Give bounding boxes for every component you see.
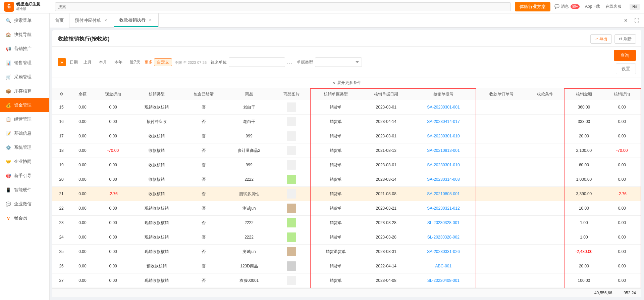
table-cell: SA-20230331-026 bbox=[411, 245, 476, 259]
table-cell: 衣服00001 bbox=[225, 273, 273, 288]
date-pill-7days[interactable]: 近7天 bbox=[127, 58, 143, 66]
th-verify-discount: 核销折扣 bbox=[603, 88, 641, 100]
table-container[interactable]: ⚙ 余额 现金折扣 核销类型 包含已结清 商品 商品图片 核销单据类型 核销单据… bbox=[52, 88, 641, 288]
bill-type-label: 单据类型 bbox=[297, 59, 313, 65]
table-cell: 收款核销 bbox=[131, 158, 182, 172]
table-cell: 0.00 bbox=[95, 245, 132, 259]
table-cell: 2023-03-01 bbox=[361, 129, 411, 143]
top-bar: 6 畅捷通好生意 标准版 体验行业方案 💬 消息 99+ App下载 在线客服 … bbox=[0, 0, 644, 13]
bill-type-select[interactable] bbox=[315, 57, 362, 67]
sidebar-item-operation[interactable]: 📋 经营管理 bbox=[0, 112, 49, 126]
table-cell: 60.00 bbox=[564, 158, 603, 172]
sidebar-item-member[interactable]: V 畅会员 bbox=[0, 211, 49, 225]
table-row: 160.000.00预付冲应收否老白干销货单2023-04-14SA-20230… bbox=[52, 115, 641, 129]
bill-no-link[interactable]: SA-20230321-012 bbox=[427, 206, 460, 211]
bill-no-link[interactable]: SA-20230331-026 bbox=[427, 249, 460, 254]
goods-image bbox=[287, 102, 296, 112]
sidebar-item-enterprise[interactable]: 🤝 企业协同 bbox=[0, 155, 49, 169]
bill-no-link[interactable]: SA-20230301-001 bbox=[427, 105, 460, 110]
table-row: 280.000.00现销收款核销否2222销货单2023-04-18SL-202… bbox=[52, 288, 641, 289]
table-cell: 0.00 bbox=[95, 201, 132, 216]
app-download-link[interactable]: App下载 bbox=[585, 4, 600, 9]
date-pill-custom[interactable]: 自定义 bbox=[154, 58, 172, 66]
table-cell: 否 bbox=[182, 230, 225, 245]
table-cell bbox=[527, 273, 564, 288]
member-icon: V bbox=[5, 215, 11, 221]
table-cell: 收款核销 bbox=[131, 172, 182, 187]
sidebar-item-basic[interactable]: 📝 基础信息 bbox=[0, 126, 49, 140]
tab-collection[interactable]: 收款核销执行 ✕ bbox=[114, 13, 159, 28]
bill-no-link[interactable]: SA-20230301-010 bbox=[427, 134, 460, 138]
bill-no-link[interactable]: SL-20230408-001 bbox=[427, 278, 460, 283]
online-service-link[interactable]: 在线客服 bbox=[605, 4, 622, 9]
sidebar-item-sales[interactable]: 📊 销售管理 bbox=[0, 56, 49, 70]
sidebar-item-hardware[interactable]: 📱 智能硬件 bbox=[0, 183, 49, 197]
sidebar-item-finance[interactable]: 💰 资金管理 bbox=[0, 98, 49, 112]
settings-btn[interactable]: 设置 bbox=[616, 63, 636, 74]
table-footer: 40,556,66... 952.24 bbox=[52, 288, 641, 297]
table-cell: 销货单 bbox=[310, 115, 361, 129]
sidebar-item-marketing[interactable]: 📢 营销推广 bbox=[0, 42, 49, 56]
sidebar-item-purchase[interactable]: 🛒 采购管理 bbox=[0, 70, 49, 84]
bill-no-link[interactable]: SA-20230301-010 bbox=[427, 163, 460, 167]
tab-prepay-close[interactable]: ✕ bbox=[103, 18, 108, 23]
sidebar-label-search: 搜索菜单 bbox=[14, 17, 32, 24]
maximize-icon[interactable]: ⛶ bbox=[632, 16, 641, 25]
industry-solution-btn[interactable]: 体验行业方案 bbox=[515, 2, 550, 11]
table-row: 210.00-2.76收款核销否测试多属性销货单2021-08-08SA-202… bbox=[52, 187, 641, 201]
table-cell: SL-20230328-002 bbox=[411, 230, 476, 245]
tab-collection-close[interactable]: ✕ bbox=[148, 17, 153, 23]
bill-no-link[interactable]: SA-20210808-001 bbox=[427, 191, 460, 196]
date-pill-this-year[interactable]: 本年 bbox=[111, 58, 125, 66]
table-cell: 2023-04-18 bbox=[361, 288, 411, 289]
goods-image bbox=[287, 160, 296, 170]
table-cell bbox=[527, 100, 564, 115]
table-cell: 16 bbox=[52, 115, 70, 129]
user-label: Rit bbox=[630, 4, 640, 10]
table-cell: 2022-04-14 bbox=[361, 259, 411, 273]
table-cell bbox=[273, 216, 310, 230]
sidebar-item-quicknav[interactable]: 🏠 快捷导航 bbox=[0, 28, 49, 42]
sidebar-item-wechat[interactable]: 💬 企业微信 bbox=[0, 197, 49, 211]
table-cell: 否 bbox=[182, 187, 225, 201]
party-input[interactable] bbox=[229, 57, 285, 67]
tab-home[interactable]: 首页 bbox=[50, 13, 69, 28]
expand-btn[interactable]: ∨ 展开更多条件 bbox=[333, 80, 361, 86]
table-cell: 20.00 bbox=[564, 129, 603, 143]
table-cell: 1.00 bbox=[564, 216, 603, 230]
th-goods: 商品 bbox=[225, 88, 273, 100]
bill-no-link[interactable]: ABC-001 bbox=[435, 264, 452, 268]
sidebar-label-guide: 新手引导 bbox=[14, 173, 32, 179]
sidebar-item-inventory[interactable]: 📦 库存核算 bbox=[0, 84, 49, 98]
filter-toggle-btn[interactable]: » bbox=[58, 58, 66, 66]
table-cell: 否 bbox=[182, 100, 225, 115]
date-pill-this-month[interactable]: 本月 bbox=[96, 58, 110, 66]
goods-image bbox=[287, 232, 296, 242]
date-more-btn[interactable]: 更多 bbox=[145, 59, 153, 65]
bill-no-link[interactable]: SA-20210813-001 bbox=[427, 148, 460, 153]
query-btn[interactable]: 查询 bbox=[614, 50, 636, 61]
th-gear[interactable]: ⚙ bbox=[52, 88, 70, 100]
export-btn[interactable]: ↗ 导出 bbox=[590, 34, 612, 44]
close-window-icon[interactable]: ✕ bbox=[621, 16, 631, 25]
sidebar-label-system: 系统管理 bbox=[14, 144, 32, 151]
bill-no-link[interactable]: SA-20230414-017 bbox=[427, 119, 460, 124]
goods-image bbox=[287, 218, 296, 227]
date-pill-last-month[interactable]: 上月 bbox=[80, 58, 95, 66]
top-search-input[interactable] bbox=[55, 2, 511, 11]
sidebar-label-inventory: 库存核算 bbox=[14, 88, 32, 94]
tab-prepay[interactable]: 预付冲应付单 ✕ bbox=[69, 13, 114, 28]
table-cell: 销货单 bbox=[310, 288, 361, 289]
sidebar-item-system[interactable]: ⚙️ 系统管理 bbox=[0, 140, 49, 155]
bill-no-link[interactable]: SL-20230328-001 bbox=[427, 220, 460, 225]
sidebar-item-guide[interactable]: 🎯 新手引导 bbox=[0, 169, 49, 183]
table-cell: 否 bbox=[182, 143, 225, 158]
table-cell: SA-20230301-010 bbox=[411, 129, 476, 143]
sidebar-item-search[interactable]: 🔍 搜索菜单 bbox=[0, 13, 49, 28]
notification-icon[interactable]: 💬 消息 99+ bbox=[554, 4, 580, 9]
table-cell: 0.00 bbox=[95, 172, 132, 187]
bill-no-link[interactable]: SL-20230328-002 bbox=[427, 235, 460, 240]
refresh-btn[interactable]: ↺ 刷新 bbox=[614, 34, 636, 44]
bill-no-link[interactable]: SA-20230314-008 bbox=[427, 177, 460, 182]
table-cell: 0.00 bbox=[95, 216, 132, 230]
